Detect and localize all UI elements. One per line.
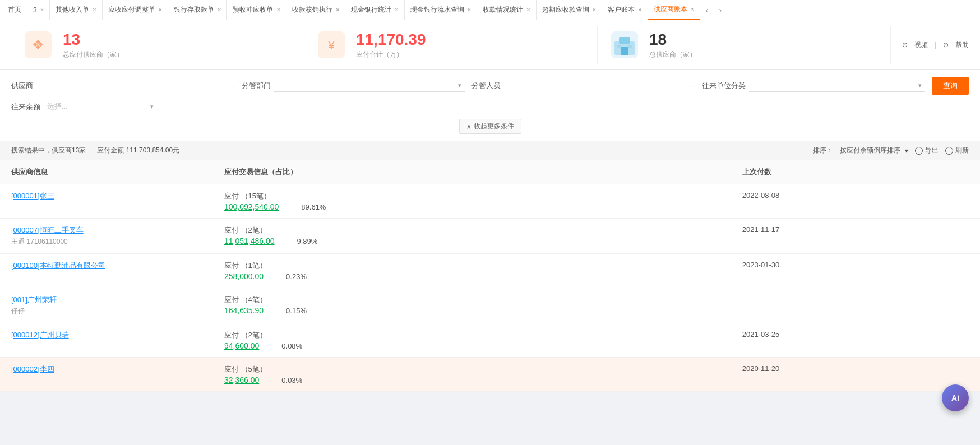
nav-tab-supplier-ledger[interactable]: 供应商账本 × — [648, 0, 700, 20]
supplier-dots[interactable]: ··· — [229, 82, 234, 90]
nav-tab-cash-flow[interactable]: 现金银行流水查询 × — [405, 0, 477, 20]
dept-filter-label: 分管部门 — [242, 81, 271, 91]
payable-total-icon: ¥ — [316, 29, 347, 61]
filter-dept: 分管部门 ▾ — [242, 80, 465, 92]
nav-tab-cash-stat[interactable]: 现金银行统计 × — [345, 0, 404, 20]
supplier-link-3[interactable]: [001]广州荣轩 — [11, 295, 57, 304]
export-button[interactable]: 导出 — [915, 146, 939, 155]
payable-total-label: 应付合计（万） — [356, 50, 586, 59]
nav-tab-customer-ledger[interactable]: 客户账本 × — [602, 0, 648, 20]
close-icon[interactable]: × — [638, 7, 641, 13]
results-summary: 搜索结果中，供应商13家 应付金额 111,703,854.00元 — [11, 146, 179, 155]
trans-amount-row-1: 11,051,486.009.89% — [224, 235, 720, 245]
supplier-cell-5: [000002]李四 — [0, 358, 213, 392]
trans-cell-4: 应付 （2笔）94,600.000.08% — [213, 323, 731, 358]
payable-supplier-count: 13 — [63, 30, 293, 49]
close-icon[interactable]: × — [218, 7, 221, 13]
close-icon[interactable]: × — [526, 7, 530, 13]
nav-tab-supplier-ledger-label: 供应商账本 — [654, 4, 687, 14]
collapse-button[interactable]: ∧ 收起更多条件 — [459, 119, 521, 134]
close-icon[interactable]: × — [691, 6, 694, 12]
sort-label: 排序： — [813, 146, 833, 155]
sort-dropdown-arrow: ▾ — [905, 147, 908, 155]
close-icon[interactable]: × — [336, 7, 339, 13]
last-pay-cell-1: 2021-11-17 — [731, 219, 980, 254]
trans-percent-1: 9.89% — [297, 237, 318, 245]
close-icon[interactable]: × — [395, 7, 398, 13]
payable-supplier-label: 总应付供应商（家） — [63, 50, 293, 59]
category-filter-select[interactable]: ▾ — [749, 80, 926, 92]
nav-tab-adjust[interactable]: 应收应付调整单 × — [103, 0, 168, 20]
nav-tab-3[interactable]: 3 × — [27, 0, 50, 20]
filter-person: 分管人员 ··· — [471, 79, 695, 92]
close-icon[interactable]: × — [593, 7, 596, 13]
trans-label-count-3: 应付 （4笔） — [224, 295, 720, 305]
nav-next-arrow[interactable]: › — [714, 0, 727, 20]
filter-area: 供应商 ··· 分管部门 ▾ 分管人员 ··· 往来单位分类 ▾ 查询 — [0, 70, 980, 141]
stat-content-total-supplier: 18 总供应商（家） — [649, 30, 879, 60]
table-row: [001]广州荣轩仔仔应付 （4笔）164,635.900.15% — [0, 288, 980, 323]
trans-amount-row-5: 32,366.000.03% — [224, 374, 720, 384]
trans-cell-0: 应付 （15笔）100,092,540.0089.61% — [213, 184, 731, 219]
close-icon[interactable]: × — [40, 7, 44, 13]
close-icon[interactable]: × — [159, 7, 162, 13]
trans-label-count-1: 应付 （2笔） — [224, 225, 720, 235]
person-filter-input[interactable] — [504, 79, 686, 92]
trans-amount-0[interactable]: 100,092,540.00 — [224, 202, 279, 211]
svg-rect-7 — [621, 47, 628, 55]
trans-cell-3: 应付 （4笔）164,635.900.15% — [213, 288, 731, 323]
nav-tab-prepay[interactable]: 预收冲应收单 × — [227, 0, 286, 20]
sort-value: 按应付余额倒序排序 — [840, 146, 900, 155]
supplier-link-1[interactable]: [000007]恒旺二手叉车 — [11, 226, 84, 234]
category-dropdown-arrow: ▾ — [918, 82, 922, 89]
trans-amount-1[interactable]: 11,051,486.00 — [224, 237, 275, 245]
trans-amount-5[interactable]: 32,366.00 — [224, 376, 259, 384]
person-dots[interactable]: ··· — [689, 82, 695, 90]
close-icon[interactable]: × — [93, 7, 96, 13]
nav-tab-overdue[interactable]: 超期应收款查询 × — [537, 0, 602, 20]
trans-percent-0: 89.61% — [301, 203, 326, 211]
video-link[interactable]: 视频 — [914, 40, 928, 50]
nav-tab-other-income[interactable]: 其他收入单 × — [50, 0, 102, 20]
nav-tab-collection[interactable]: 收款核销执行 × — [286, 0, 345, 20]
nav-tab-other-income-label: 其他收入单 — [56, 5, 89, 15]
collapse-btn-label: 收起更多条件 — [474, 122, 514, 131]
nav-tab-receipt-stat[interactable]: 收款情况统计 × — [477, 0, 536, 20]
table-row: [000100]本特勤油品有限公司应付 （1笔）258,000.000.23%2… — [0, 254, 980, 288]
top-nav: 首页 3 × 其他收入单 × 应收应付调整单 × 银行存取款单 × 预收冲应收单… — [0, 0, 980, 20]
svg-text:¥: ¥ — [327, 39, 335, 52]
supplier-cell-0: [000001]张三 — [0, 184, 213, 219]
supplier-link-5[interactable]: [000002]李四 — [11, 365, 54, 373]
help-link[interactable]: 帮助 — [955, 40, 969, 50]
table-header-row: 供应商信息 应付交易信息（占比） 上次付数 — [0, 160, 980, 184]
export-icon — [915, 147, 923, 155]
stat-content-payable-total: 11,170.39 应付合计（万） — [356, 30, 586, 60]
nav-tab-cash-flow-label: 现金银行流水查询 — [410, 5, 464, 15]
results-actions: 排序： 按应付余额倒序排序 ▾ 导出 刷新 — [813, 146, 969, 155]
stat-content-payable: 13 总应付供应商（家） — [63, 30, 293, 60]
balance-filter-select[interactable]: 选择... ▾ — [44, 99, 157, 114]
search-button[interactable]: 查询 — [932, 77, 969, 95]
supplier-link-4[interactable]: [000012]广州贝瑞 — [11, 331, 69, 339]
close-icon[interactable]: × — [276, 7, 280, 13]
trans-amount-row-3: 164,635.900.15% — [224, 305, 720, 315]
sort-select[interactable]: 按应付余额倒序排序 ▾ — [840, 146, 908, 155]
trans-percent-2: 0.23% — [286, 272, 307, 281]
nav-tab-bank[interactable]: 银行存取款单 × — [168, 0, 227, 20]
close-icon[interactable]: × — [468, 7, 471, 13]
supplier-link-0[interactable]: [000001]张三 — [11, 192, 54, 200]
nav-prev-arrow[interactable]: ‹ — [700, 0, 714, 20]
supplier-link-2[interactable]: [000100]本特勤油品有限公司 — [11, 261, 105, 270]
trans-amount-3[interactable]: 164,635.90 — [224, 306, 264, 315]
trans-amount-4[interactable]: 94,600.00 — [224, 341, 259, 350]
supplier-filter-input[interactable] — [43, 79, 225, 92]
trans-amount-2[interactable]: 258,000.00 — [224, 272, 264, 281]
filter-balance: 往来余额 选择... ▾ — [11, 99, 157, 114]
refresh-button[interactable]: 刷新 — [945, 146, 969, 155]
svg-rect-6 — [619, 37, 630, 44]
supplier-cell-2: [000100]本特勤油品有限公司 — [0, 254, 213, 288]
nav-tab-home[interactable]: 首页 — [2, 0, 27, 20]
dept-filter-select[interactable]: ▾ — [274, 80, 465, 92]
trans-percent-4: 0.08% — [281, 342, 302, 350]
th-supplier-info: 供应商信息 — [0, 160, 213, 184]
